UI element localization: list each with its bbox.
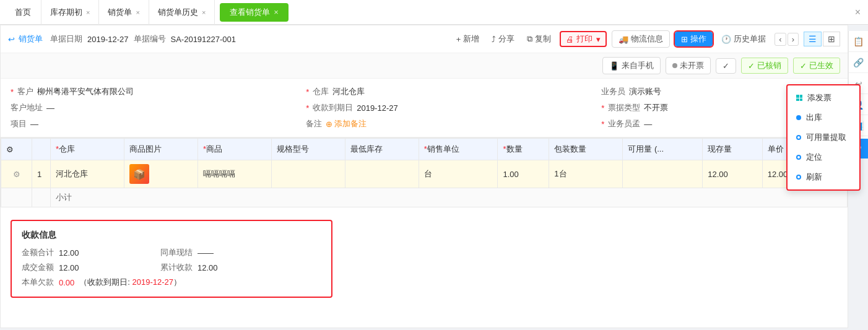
prev-button[interactable]: ‹	[775, 33, 786, 46]
total-amount-field: 金额合计 12.00	[22, 247, 145, 258]
tab-sales-history-label: 销货单历史	[158, 7, 198, 18]
plus-icon: +	[456, 35, 461, 44]
tab-inventory-init-label: 库存期初	[50, 7, 82, 18]
tab-home[interactable]: 首页	[5, 0, 41, 25]
address-value: —	[46, 103, 54, 113]
warehouse-label: 仓库	[313, 86, 329, 97]
outline-dot2-icon	[796, 155, 801, 160]
grid-view-button[interactable]: ⊞	[823, 32, 840, 46]
summary-panel: 收款信息 金额合计 12.00 同单现结 ——	[11, 220, 332, 298]
window-close-button[interactable]: ×	[855, 7, 861, 18]
outline-dot-icon	[796, 135, 801, 140]
already-sold-label: 已核销	[757, 60, 781, 71]
close-view-sales-icon[interactable]: ×	[274, 7, 279, 17]
tab-inventory-init[interactable]: 库存期初 ×	[41, 0, 99, 25]
operations-button[interactable]: ⊞ 操作	[675, 32, 713, 46]
warehouse-field: * 仓库 河北仓库	[306, 86, 601, 97]
col-product-img-label: 商品图片	[129, 144, 162, 154]
circle-icon	[672, 63, 677, 68]
warehouse-value: 河北仓库	[332, 86, 365, 97]
add-invoice-label: 添发票	[807, 92, 831, 103]
next-button[interactable]: ›	[788, 33, 799, 46]
col-gear[interactable]: ⚙	[1, 139, 32, 160]
project-field: 项目 —	[11, 118, 306, 129]
print-dropdown-arrow[interactable]: ▾	[596, 35, 601, 44]
row-product-img: 📦	[124, 160, 197, 188]
col-warehouse-label: 仓库	[59, 144, 75, 154]
summary-area: 收款信息 金额合计 12.00 同单现结 ——	[1, 207, 848, 313]
close-inventory-init-icon[interactable]: ×	[86, 9, 90, 16]
sidebar-link-icon[interactable]: 🔗	[849, 52, 869, 73]
plus-note-icon: ⊕	[326, 119, 332, 129]
outbound-item[interactable]: 出库	[788, 108, 859, 128]
tab-view-sales[interactable]: 查看销货单 ×	[220, 3, 289, 22]
subtotal-text: 小计	[56, 193, 72, 202]
transaction-field: 成交金额 12.00	[22, 262, 145, 273]
product-thumbnail: 📦	[129, 164, 149, 184]
grid-icon: ⊞	[681, 35, 688, 44]
date-value: 2019-12-27	[87, 35, 129, 44]
summary-row-2: 成交金额 12.00 累计收款 12.00	[22, 262, 321, 273]
employee-label: 业务员	[601, 86, 625, 97]
row-pack-qty: 1台	[549, 160, 623, 188]
cumulative-field: 累计收款 12.00	[160, 262, 284, 273]
tab-sales-order[interactable]: 销货单 ×	[99, 0, 149, 25]
form-row-3: 项目 — 备注 ⊕ 添加备注 * 业务员孟 —	[11, 118, 838, 129]
row-seq: 1	[32, 160, 51, 188]
gear-icon: ⚙	[6, 145, 14, 154]
check2-icon: ✓	[800, 61, 807, 71]
col-product-label: 商品	[206, 144, 222, 154]
copy-button[interactable]: ⧉ 复制	[523, 32, 555, 46]
row-spec	[271, 160, 345, 188]
sidebar-clipboard-icon[interactable]: 📋	[849, 31, 869, 52]
operations-dropdown: 添发票 出库 可用量提取 定位 刷新	[786, 84, 861, 191]
row-gear[interactable]: ⚙	[1, 160, 32, 188]
debt-value: 0.00	[59, 278, 74, 287]
already-effective-badge[interactable]: ✓ 已生效	[793, 58, 840, 74]
subtotal-gear	[1, 188, 32, 207]
tab-sales-history[interactable]: 销货单历史 ×	[149, 0, 215, 25]
req-star: *	[11, 87, 14, 97]
ticket-type-label: 票据类型	[608, 102, 640, 113]
not-open-ticket-button[interactable]: 未开票	[666, 57, 711, 74]
locate-item[interactable]: 定位	[788, 147, 859, 167]
summary-title: 收款信息	[22, 230, 321, 241]
share-button[interactable]: ⤴ 分享	[488, 32, 518, 46]
already-sold-badge[interactable]: ✓ 已核销	[741, 58, 788, 74]
add-note-label: 添加备注	[334, 118, 367, 129]
address-label: 客户地址	[11, 102, 43, 113]
col-product-img: 商品图片	[124, 139, 197, 160]
not-open-label: 未开票	[680, 60, 704, 71]
doc-title-text: 销货单	[19, 33, 43, 45]
row-product: 嗝嗝嗝嗝	[197, 160, 271, 188]
new-label: 新增	[463, 33, 479, 45]
view-toggle: ☰ ⊞	[804, 32, 840, 46]
tab-sales-order-label: 销货单	[108, 7, 132, 18]
confirm-button[interactable]: ✓	[716, 58, 736, 74]
transaction-label: 成交金额	[22, 262, 54, 273]
available-qty-label: 可用量提取	[806, 132, 846, 143]
refresh-item[interactable]: 刷新	[788, 167, 859, 187]
add-invoice-item[interactable]: 添发票	[788, 88, 859, 108]
add-note-button[interactable]: ⊕ 添加备注	[326, 118, 367, 129]
history-button[interactable]: 🕐 历史单据	[718, 32, 770, 46]
close-sales-order-icon[interactable]: ×	[136, 9, 139, 16]
cumulative-value: 12.00	[197, 263, 218, 272]
print-button[interactable]: 🖨 打印 ▾	[560, 31, 607, 47]
available-qty-item[interactable]: 可用量提取	[788, 128, 859, 147]
req-star2: *	[306, 87, 309, 97]
check-icon: ✓	[748, 61, 755, 71]
header-actions: + 新增 ⤴ 分享 ⧉ 复制 🖨 打印 ▾ 🚚 物流	[453, 30, 840, 48]
from-phone-button[interactable]: 📱 来自手机	[602, 57, 661, 74]
share-label: 分享	[498, 33, 514, 45]
product-table: ⚙ *仓库 商品图片 *商品 规格型号	[1, 138, 848, 207]
transaction-value: 12.00	[59, 263, 79, 272]
col-spec-label: 规格型号	[277, 144, 309, 154]
same-order-field: 同单现结 ——	[160, 247, 284, 258]
logistics-button[interactable]: 🚚 物流信息	[612, 30, 670, 48]
from-phone-label: 来自手机	[622, 60, 654, 71]
close-sales-history-icon[interactable]: ×	[202, 9, 206, 16]
new-button[interactable]: + 新增	[453, 32, 484, 46]
list-view-button[interactable]: ☰	[804, 32, 822, 46]
doc-info: 单据日期 2019-12-27 单据编号 SA-20191227-001	[50, 33, 236, 45]
